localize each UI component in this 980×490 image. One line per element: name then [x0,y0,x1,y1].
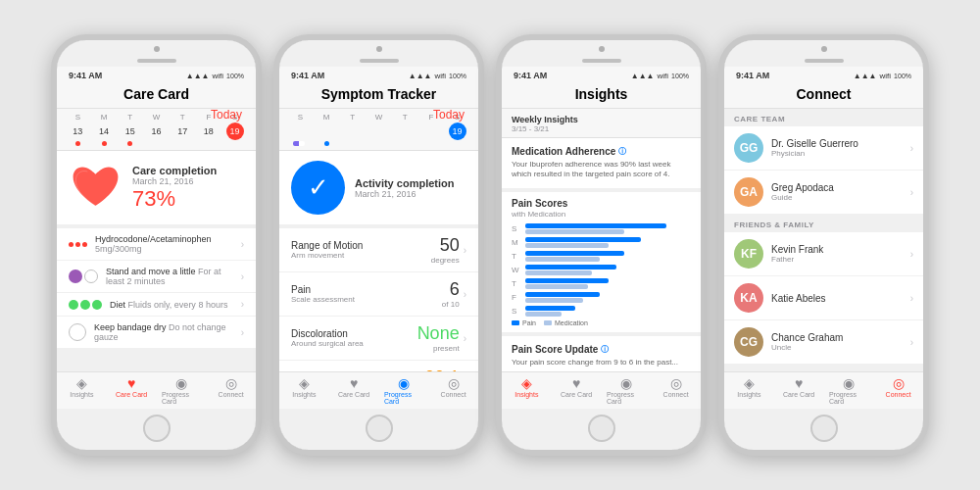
item-text: Keep bandage dry Do not change gauze [94,322,233,342]
care-completion-info: Care completion March 21, 2016 73% [132,165,244,212]
home-button[interactable] [810,415,838,442]
bar-day-label: M [512,238,521,247]
bar-day-label: W [512,266,521,274]
chevron-icon: › [910,187,913,198]
home-button[interactable] [588,415,615,442]
insights-content: Weekly Insights 3/15 - 3/21 Medication A… [502,109,701,371]
phone-top-deco [502,40,701,67]
contact-role: Uncle [771,343,903,352]
pain-bar [525,292,600,297]
tab-care-card[interactable]: ♥ Care Card [334,376,373,405]
tab-care-card[interactable]: ♥ Care Card [557,376,596,405]
home-button[interactable] [143,415,171,442]
bar-group [525,278,691,289]
insights-tab-icon: ◈ [76,376,87,390]
cal-day-m[interactable]: M [318,113,335,146]
tab-insights[interactable]: ◈ Insights [284,376,323,405]
phone-header: Insights [502,82,701,109]
bar-day-label: S [512,224,521,233]
status-icons: ▲▲▲ wifi 100% [186,72,244,80]
symptom-row-temp[interactable]: Temperature Oral 99.1 °F › [279,361,478,371]
legend-pain: Pain [512,319,536,326]
care-completion-title: Care completion [132,165,244,176]
tab-progress[interactable]: ◉ Progress Card [162,376,201,405]
phone-header: Symptom Tracker Today [279,82,478,109]
symptom-row-pain[interactable]: Pain Scale assessment 6 of 10 › [279,272,478,317]
contact-name: Chance Graham [771,332,903,343]
tab-care-card[interactable]: ♥ Care Card [112,376,151,405]
connect-row-katie[interactable]: KA Katie Abeles › [724,276,923,320]
tab-connect[interactable]: ◎ Connect [212,376,251,405]
cal-day-m[interactable]: M 14 [95,113,113,146]
tab-progress[interactable]: ◉ Progress Card [607,376,646,405]
tab-label: Connect [219,391,244,398]
tab-label: Connect [441,391,466,398]
weekly-header: Weekly Insights 3/15 - 3/21 [502,109,701,138]
cal-day-s1[interactable]: S [291,113,309,146]
bar-group [525,223,691,234]
connect-row-greg[interactable]: GA Greg Apodaca Guide › [724,171,923,215]
connect-tab-icon: ◎ [448,376,460,390]
cal-day-t2[interactable]: T [396,113,414,146]
cal-day-w[interactable]: W 16 [147,113,165,146]
tab-progress[interactable]: ◉ Progress Card [384,376,423,405]
phone-connect: 9:41 AM ▲▲▲ wifi 100% Connect CARE TEAM … [718,34,929,456]
cal-day-w[interactable]: W [369,113,387,146]
wifi-icon: wifi [213,72,224,80]
home-button[interactable] [366,415,393,442]
list-item[interactable]: Diet Fluids only, every 8 hours › [57,293,256,317]
avatar-giselle: GG [734,133,763,163]
phone-care-card: 9:41 AM ▲▲▲ wifi 100% Care Card Today S … [51,34,262,456]
item-dots [69,300,102,310]
camera [376,46,382,52]
medication-section: Medication Adherence ⓘ Your Ibuprofen ad… [502,138,701,188]
battery-icon: 100% [671,73,689,79]
tab-insights[interactable]: ◈ Insights [507,376,546,405]
connect-tab-icon: ◎ [670,376,682,390]
list-item[interactable]: Hydrocodone/Acetaminophen 5mg/300mg › [57,228,256,261]
speaker [137,59,176,63]
tab-progress[interactable]: ◉ Progress Card [829,376,868,405]
med-bar [525,229,624,234]
wifi-icon: wifi [658,72,669,80]
cal-day-t1[interactable]: T 15 [122,113,139,146]
screen-title: Insights [510,86,693,102]
symptom-subtitle: Around surgical area [291,339,417,348]
phone-symptom-tracker: 9:41 AM ▲▲▲ wifi 100% Symptom Tracker To… [273,34,484,456]
connect-row-chance[interactable]: CG Chance Graham Uncle › [724,320,923,365]
info-icon: ⓘ [601,344,609,355]
pain-update-title: Pain Score Update ⓘ [512,344,691,355]
legend-med: Medication [544,319,588,326]
tab-connect[interactable]: ◎ Connect [434,376,473,405]
connect-row-giselle[interactable]: GG Dr. Giselle Guerrero Physician › [724,126,923,171]
med-bar [525,298,583,303]
list-item[interactable]: Keep bandage dry Do not change gauze › [57,317,256,349]
symptom-info: Pain Scale assessment [291,284,442,304]
today-button[interactable]: Today [211,108,242,122]
tab-insights[interactable]: ◈ Insights [62,376,101,405]
today-button[interactable]: Today [433,108,465,122]
cal-day-t2[interactable]: T 17 [173,113,191,146]
connect-row-kevin[interactable]: KF Kevin Frank Father › [724,232,923,276]
symptom-subtitle: Scale assessment [291,295,442,304]
bar-group [525,251,691,262]
cal-day-s1[interactable]: S 13 [69,113,86,146]
tab-connect[interactable]: ◎ Connect [879,376,918,405]
symptom-row-rom[interactable]: Range of Motion Arm movement 50 degrees … [279,228,478,272]
tab-insights[interactable]: ◈ Insights [729,376,768,405]
pain-bar [525,278,609,283]
status-icons: ▲▲▲ wifi 100% [631,72,689,80]
list-item[interactable]: Stand and move a little For at least 2 m… [57,261,256,293]
med-bar [525,270,592,275]
cal-day-t1[interactable]: T [344,113,362,146]
symptom-value: 6 [442,279,460,300]
activity-title: Activity completion [355,177,466,189]
wifi-icon: wifi [435,72,447,80]
symptom-row-discolor[interactable]: Discoloration Around surgical area None … [279,317,478,361]
tab-label: Insights [514,391,538,398]
tab-care-card[interactable]: ♥ Care Card [779,376,818,405]
heart-icon [69,161,122,215]
symptom-subtitle: Arm movement [291,251,431,260]
progress-tab-icon: ◉ [398,376,410,390]
tab-connect[interactable]: ◎ Connect [657,376,696,405]
